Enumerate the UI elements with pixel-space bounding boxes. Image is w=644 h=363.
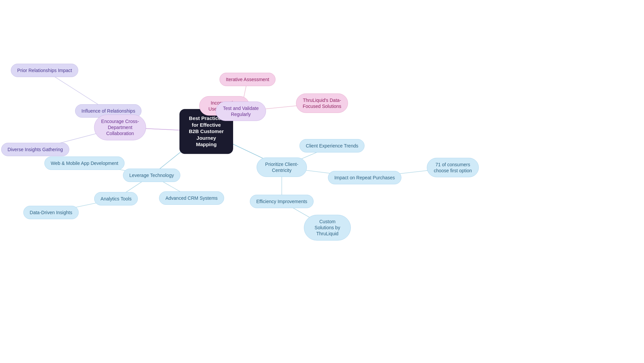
node-client-experience[interactable]: Client Experience Trends xyxy=(300,139,365,153)
node-data-driven[interactable]: Data-Driven Insights xyxy=(23,206,79,219)
node-test-validate[interactable]: Test and Validate Regularly xyxy=(216,102,266,121)
node-diverse-insights[interactable]: Diverse Insights Gathering xyxy=(1,143,69,156)
node-analytics-tools[interactable]: Analytics Tools xyxy=(94,192,138,205)
node-custom-solutions[interactable]: Custom Solutions by ThruLiquid xyxy=(304,215,351,241)
mindmap-container: Best Practices for Effective B2B Custome… xyxy=(0,0,644,363)
node-thruliquid-data[interactable]: ThruLiquid's Data-Focused Solutions xyxy=(296,94,348,113)
node-advanced-crm[interactable]: Advanced CRM Systems xyxy=(159,191,224,205)
node-leverage-tech[interactable]: Leverage Technology xyxy=(123,169,180,182)
connections-svg xyxy=(0,0,644,363)
node-encourage-cross[interactable]: Encourage Cross-Department Collaboration xyxy=(94,115,146,140)
node-web-mobile[interactable]: Web & Mobile App Development xyxy=(44,157,124,170)
node-impact-repeat[interactable]: Impact on Repeat Purchases xyxy=(328,171,401,184)
node-iterative-assessment[interactable]: Iterative Assessment xyxy=(219,73,275,86)
node-71-consumers[interactable]: 71 of consumers choose first option xyxy=(427,158,479,177)
node-prior-relationships[interactable]: Prior Relationships Impact xyxy=(11,64,78,77)
node-prioritize-client[interactable]: Prioritize Client-Centricity xyxy=(257,158,307,177)
node-efficiency[interactable]: Efficiency Improvements xyxy=(250,195,314,208)
